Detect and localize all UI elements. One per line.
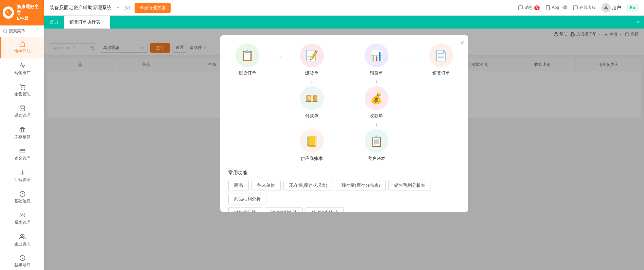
sidebar-item-label: 企业协同 bbox=[14, 241, 31, 247]
flow-sale-bill[interactable]: 📊 销货单 bbox=[365, 43, 388, 76]
message-badge: 5 bbox=[534, 5, 540, 10]
purchase-bill-icon: 📝 bbox=[300, 43, 324, 67]
sidebar-item-finance[interactable]: 资金管理 bbox=[0, 144, 44, 165]
func-btn-stock-dist[interactable]: 现存量(库存分布表) bbox=[336, 180, 386, 191]
page-content: 帮助 按模板打印 导出 刷新 bbox=[44, 29, 644, 270]
tab-home[interactable]: 首页 bbox=[44, 16, 64, 29]
sidebar-search[interactable]: 搜索菜单 bbox=[0, 25, 44, 37]
arrow-purchase: → bbox=[276, 53, 283, 61]
tab-close-all[interactable]: × bbox=[633, 19, 644, 25]
sidebar-item-marketing[interactable]: 营销推广 bbox=[0, 58, 44, 80]
func-buttons-row1: 商品 往来单位 现存量(库存状况表) 现存量(库存分布表) 销售毛利分析表 商品… bbox=[228, 180, 460, 204]
tab-sales-order-label: 销售订单执行表 bbox=[69, 19, 100, 25]
app-download-label: App下载 bbox=[552, 5, 567, 11]
customer-ledger-label: 客户账本 bbox=[368, 156, 385, 162]
func-btn-receipt-stat[interactable]: 收款情况统计 bbox=[265, 207, 303, 212]
sale-order-icon: 📄 bbox=[429, 43, 453, 67]
user-area[interactable]: 用户 bbox=[601, 3, 621, 13]
purchase-bill-label: 进货单 bbox=[305, 70, 318, 76]
sidebar-item-label: 采购管理 bbox=[14, 113, 31, 119]
flow-supplier-ledger[interactable]: 📒 供应商账本 bbox=[300, 129, 324, 162]
sidebar-item-label: 经营管理 bbox=[14, 177, 31, 183]
supplier-ledger-icon: 📒 bbox=[300, 129, 324, 153]
func-btn-product-profit[interactable]: 商品毛利分析 bbox=[228, 194, 266, 204]
app-header: 装备及固定资产辅助管理系统 体验行业方案 消息 5 App下载 在线客服 bbox=[44, 0, 644, 16]
arrow-down-receipt: ↓ bbox=[375, 78, 378, 84]
flow-receipt[interactable]: 💰 收款单 bbox=[365, 86, 388, 119]
sidebar-item-label: 快捷导航 bbox=[14, 49, 31, 54]
customer-ledger-icon: 📋 bbox=[365, 129, 388, 153]
svg-rect-7 bbox=[20, 149, 25, 153]
system-title: 装备及固定资产辅助管理系统 bbox=[50, 5, 111, 11]
common-functions: 常用功能 商品 往来单位 现存量(库存状况表) 现存量(库存分布表) 销售毛利分… bbox=[228, 170, 460, 212]
main-content: 装备及固定资产辅助管理系统 体验行业方案 消息 5 App下载 在线客服 bbox=[44, 0, 644, 270]
common-functions-title: 常用功能 bbox=[228, 170, 460, 176]
online-service-btn[interactable]: 在线客服 bbox=[573, 5, 596, 11]
svg-point-4 bbox=[24, 89, 25, 90]
purchase-order-label: 进货订单 bbox=[239, 70, 256, 76]
sidebar-item-cooperation[interactable]: 企业协同 bbox=[0, 230, 44, 251]
sidebar-item-sales[interactable]: 销售管理 bbox=[0, 80, 44, 101]
settings-icon[interactable] bbox=[124, 5, 130, 11]
arrow-down-payment: ↓ bbox=[311, 78, 313, 84]
sidebar-item-label: 库存核算 bbox=[14, 134, 31, 140]
tab-bar: 首页 销售订单执行表 × × bbox=[44, 16, 644, 29]
sidebar-nav: 快捷导航 营销推广 销售管理 采购管理 库存核算 资金管理 bbox=[0, 37, 44, 270]
sidebar-item-label: 资金管理 bbox=[14, 156, 31, 161]
logo-text: 畅康通好生意 E牛最 bbox=[17, 4, 41, 21]
arrow-down-supplier: ↓ bbox=[311, 121, 313, 127]
func-btn-payment-stat[interactable]: 付款情况统计 bbox=[306, 207, 344, 212]
tab-home-label: 首页 bbox=[50, 19, 58, 25]
sidebar-item-label: 新手引导 bbox=[14, 263, 31, 268]
flow-purchase-bill[interactable]: 📝 进货单 bbox=[300, 43, 324, 76]
message-btn[interactable]: 消息 5 bbox=[518, 5, 540, 11]
app-download-btn[interactable]: App下载 bbox=[545, 5, 567, 11]
svg-rect-6 bbox=[20, 128, 25, 132]
func-btn-sale-profit[interactable]: 销售毛利分析表 bbox=[388, 180, 431, 191]
header-actions: 消息 5 App下载 在线客服 用户 Ea bbox=[518, 3, 639, 13]
sale-bill-icon: 📊 bbox=[365, 43, 388, 67]
sidebar-item-inventory[interactable]: 库存核算 bbox=[0, 123, 44, 144]
arrow-sale-dashed: ← ─ ─ bbox=[401, 54, 416, 59]
func-btn-product[interactable]: 商品 bbox=[228, 180, 249, 191]
receipt-icon: 💰 bbox=[365, 86, 388, 110]
sidebar-item-label: 销售管理 bbox=[14, 91, 31, 97]
func-buttons-row2: 销售排行榜 收款情况统计 付款情况统计 bbox=[228, 207, 460, 212]
try-btn[interactable]: 体验行业方案 bbox=[135, 3, 171, 13]
receipt-label: 收款单 bbox=[370, 113, 383, 119]
flow-payment[interactable]: 💴 付款单 bbox=[300, 86, 324, 119]
func-btn-partner[interactable]: 往来单位 bbox=[251, 180, 281, 191]
sidebar-item-label: 基础信息 bbox=[14, 198, 31, 204]
svg-point-2 bbox=[3, 29, 6, 32]
system-dropdown[interactable] bbox=[116, 5, 120, 10]
tab-close-icon[interactable]: × bbox=[102, 20, 105, 24]
modal-overlay[interactable]: × 📋 进货订单 → bbox=[44, 29, 644, 270]
sidebar: 6 畅康通好生意 E牛最 搜索菜单 快捷导航 营销推广 销售管理 bbox=[0, 0, 44, 270]
svg-point-16 bbox=[21, 234, 23, 236]
svg-rect-19 bbox=[546, 5, 549, 10]
purchase-order-icon: 📋 bbox=[236, 43, 259, 67]
func-btn-sale-rank[interactable]: 销售排行榜 bbox=[228, 207, 262, 212]
supplier-ledger-label: 供应商账本 bbox=[301, 156, 323, 162]
tab-sales-order[interactable]: 销售订单执行表 × bbox=[64, 16, 110, 29]
modal-close-btn[interactable]: × bbox=[460, 39, 464, 47]
flow-purchase-order[interactable]: 📋 进货订单 bbox=[236, 43, 259, 76]
sidebar-item-operations[interactable]: 经营管理 bbox=[0, 165, 44, 187]
sale-order-label: 销售订单 bbox=[432, 70, 450, 76]
payment-icon: 💴 bbox=[300, 86, 324, 110]
sidebar-item-basic[interactable]: 基础信息 bbox=[0, 187, 44, 208]
search-label: 搜索菜单 bbox=[9, 28, 25, 34]
user-label: 用户 bbox=[612, 5, 621, 11]
sidebar-item-quick-nav[interactable]: 快捷导航 bbox=[0, 37, 44, 58]
svg-point-15 bbox=[22, 214, 23, 216]
sidebar-item-system[interactable]: 系统管理 bbox=[0, 208, 44, 230]
sidebar-item-purchase[interactable]: 采购管理 bbox=[0, 101, 44, 123]
flow-customer-ledger[interactable]: 📋 客户账本 bbox=[365, 129, 388, 162]
func-btn-stock-status[interactable]: 现存量(库存状况表) bbox=[283, 180, 333, 191]
sidebar-item-guide[interactable]: 新手引导 bbox=[0, 251, 44, 270]
flow-diagram: 📋 进货订单 → 📝 进货单 bbox=[228, 43, 460, 162]
message-label: 消息 bbox=[525, 5, 533, 11]
sidebar-logo: 6 畅康通好生意 E牛最 bbox=[0, 0, 44, 25]
flow-sale-order[interactable]: 📄 销售订单 bbox=[429, 43, 453, 76]
svg-point-21 bbox=[605, 6, 607, 7]
